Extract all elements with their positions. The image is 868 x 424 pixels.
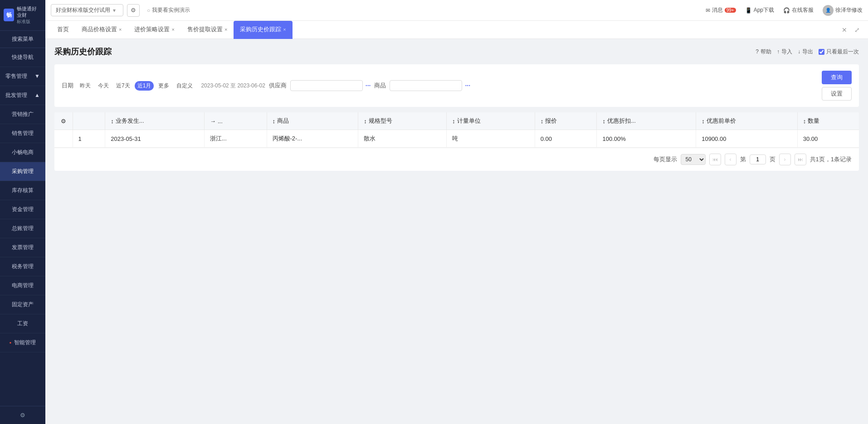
- sidebar-logo: 畅 畅捷通好业财 标准版: [0, 0, 45, 31]
- col-date[interactable]: ↕ 业务发生...: [105, 112, 205, 130]
- tab-close-price-extract[interactable]: ×: [224, 27, 227, 32]
- headset-icon: 🎧: [783, 7, 790, 14]
- cell-pre-discount-price: 10900.00: [696, 130, 798, 148]
- tab-close-history-price[interactable]: ×: [283, 27, 286, 32]
- date-opt-more[interactable]: 更多: [156, 81, 172, 91]
- cell-gear: [54, 130, 73, 148]
- prev-page-button[interactable]: ‹: [725, 154, 736, 165]
- cell-supplier: 浙江...: [204, 130, 267, 148]
- cell-index: 1: [73, 130, 105, 148]
- next-page-button[interactable]: ›: [779, 154, 791, 165]
- import-button[interactable]: ↑ 导入: [777, 48, 792, 56]
- sidebar-item-retail[interactable]: 零售管理 ▼: [0, 67, 45, 86]
- col-unit[interactable]: ↕ 计量单位: [447, 112, 535, 130]
- col-more[interactable]: → ...: [204, 112, 267, 130]
- col-discount[interactable]: ↕ 优惠折扣...: [597, 112, 696, 130]
- help-button[interactable]: ? 帮助: [756, 48, 771, 56]
- col-pre-discount-price[interactable]: ↕ 优惠前单价: [696, 112, 798, 130]
- user-menu[interactable]: 👤 徐泽华修改: [823, 5, 863, 16]
- cell-discount: 100.00%: [597, 130, 696, 148]
- import-icon: ↑: [777, 48, 780, 55]
- chevron-down-icon: ▾: [113, 7, 116, 14]
- col-price[interactable]: ↕ 报价: [535, 112, 597, 130]
- date-opt-last1month[interactable]: 近1月: [135, 81, 154, 91]
- sidebar-item-inventory[interactable]: 库存核算: [0, 181, 45, 200]
- sidebar-item-ledger[interactable]: 总账管理: [0, 219, 45, 238]
- per-page-select[interactable]: 10 20 50 100: [681, 154, 706, 165]
- col-gear[interactable]: ⚙: [54, 112, 73, 130]
- tab-price[interactable]: 商品价格设置 ×: [75, 21, 128, 39]
- tab-close-all-button[interactable]: ✕: [839, 24, 850, 35]
- edition-selector[interactable]: 好业财标准版交付试用 ▾: [51, 4, 123, 16]
- export-button[interactable]: ↓ 导出: [798, 48, 813, 56]
- last-page-button[interactable]: ⏭: [795, 154, 806, 165]
- cell-unit: 吨: [447, 130, 535, 148]
- sidebar-item-assets[interactable]: 固定资产: [0, 295, 45, 314]
- first-page-button[interactable]: ⏮: [709, 154, 721, 165]
- pagination: 每页显示 10 20 50 100 ⏮ ‹ 第 页 › ⏭ 共1页，1条记录: [54, 148, 859, 171]
- date-opt-last7days[interactable]: 近7天: [113, 81, 133, 91]
- sidebar-item-sales[interactable]: 销售管理: [0, 124, 45, 143]
- goods-input[interactable]: [390, 80, 462, 91]
- tab-maximize-button[interactable]: ⤢: [852, 24, 863, 35]
- page-unit: 页: [770, 155, 775, 164]
- demo-icon: ○: [147, 7, 150, 14]
- tab-close-purchase-strategy[interactable]: ×: [171, 27, 174, 32]
- sidebar-item-quick-nav[interactable]: 快捷导航: [0, 48, 45, 67]
- date-opt-custom[interactable]: 自定义: [174, 81, 195, 91]
- goods-input-group: ···: [390, 80, 470, 91]
- date-range-display: 2023-05-02 至 2023-06-02: [201, 82, 265, 90]
- supplier-ellipsis-button[interactable]: ···: [366, 82, 371, 89]
- message-icon: ✉: [706, 7, 710, 14]
- date-opt-yesterday[interactable]: 昨天: [77, 81, 93, 91]
- filter-buttons: 查询 设置: [822, 71, 852, 101]
- sidebar-item-purchase[interactable]: 采购管理: [0, 162, 45, 181]
- only-last-checkbox[interactable]: [819, 49, 824, 55]
- col-quantity[interactable]: ↕ 数量: [797, 112, 859, 130]
- supplier-input-group: ···: [290, 80, 371, 91]
- tab-home[interactable]: 首页: [51, 21, 75, 39]
- page-input[interactable]: [750, 154, 766, 164]
- online-service-button[interactable]: 🎧 在线客服: [783, 6, 814, 14]
- filter-settings-button[interactable]: 设置: [822, 87, 852, 101]
- sidebar-item-salary[interactable]: 工资: [0, 314, 45, 333]
- tab-purchase-strategy[interactable]: 进价策略设置 ×: [128, 21, 180, 39]
- date-opt-today[interactable]: 今天: [95, 81, 112, 91]
- tab-price-extract[interactable]: 售价提取设置 ×: [181, 21, 234, 39]
- sidebar-item-finance[interactable]: 资金管理: [0, 200, 45, 219]
- goods-filter-label: 商品: [374, 82, 386, 90]
- sidebar-search[interactable]: 搜索菜单: [0, 31, 45, 48]
- cell-date: 2023-05-31: [105, 130, 205, 148]
- topbar-right: ✉ 消息 99+ 📱 App下载 🎧 在线客服 👤 徐泽华修改: [706, 5, 863, 16]
- goods-ellipsis-button[interactable]: ···: [465, 82, 470, 89]
- page-label: 第: [740, 155, 746, 164]
- table-container: ⚙ ↕ 业务发生... → ...: [54, 112, 859, 171]
- sidebar-item-ecommerce[interactable]: 电商管理: [0, 276, 45, 295]
- logo-icon: 畅: [4, 9, 14, 21]
- sidebar: 畅 畅捷通好业财 标准版 搜索菜单 快捷导航 零售管理 ▼ 批发管理 ▲ 营销推…: [0, 0, 45, 424]
- sidebar-item-marketing[interactable]: 营销推广: [0, 105, 45, 124]
- tab-close-price[interactable]: ×: [119, 27, 122, 32]
- sidebar-item-tax[interactable]: 税务管理: [0, 257, 45, 276]
- supplier-filter-label: 供应商: [269, 82, 287, 90]
- settings-icon[interactable]: ⚙: [127, 4, 140, 17]
- sidebar-item-wholesale[interactable]: 批发管理 ▲: [0, 86, 45, 105]
- query-button[interactable]: 查询: [822, 71, 852, 84]
- filter-area: 日期 昨天 今天 近7天 近1月 更多 自定义 2023-05-02 至 202…: [54, 64, 859, 107]
- app-download-button[interactable]: 📱 App下载: [745, 6, 774, 14]
- total-info: 共1页，1条记录: [810, 155, 852, 164]
- col-spec[interactable]: ↕ 规格型号: [358, 112, 447, 130]
- sidebar-item-ecommerce-small[interactable]: 小畅电商: [0, 143, 45, 162]
- message-button[interactable]: ✉ 消息 99+: [706, 6, 736, 14]
- col-goods[interactable]: ↕ 商品: [267, 112, 358, 130]
- help-icon: ?: [756, 48, 759, 55]
- sidebar-item-smart[interactable]: ● 智能管理: [0, 333, 45, 352]
- sidebar-item-invoice[interactable]: 发票管理: [0, 238, 45, 257]
- supplier-input[interactable]: [290, 80, 363, 91]
- tab-history-price[interactable]: 采购历史价跟踪 ×: [234, 21, 292, 39]
- demo-button[interactable]: ○ 我要看实例演示: [147, 6, 190, 14]
- only-last-checkbox-label[interactable]: 只看最后一次: [819, 48, 859, 56]
- export-icon: ↓: [798, 48, 800, 55]
- mobile-icon: 📱: [745, 7, 752, 14]
- sidebar-gear-button[interactable]: ⚙: [0, 406, 45, 424]
